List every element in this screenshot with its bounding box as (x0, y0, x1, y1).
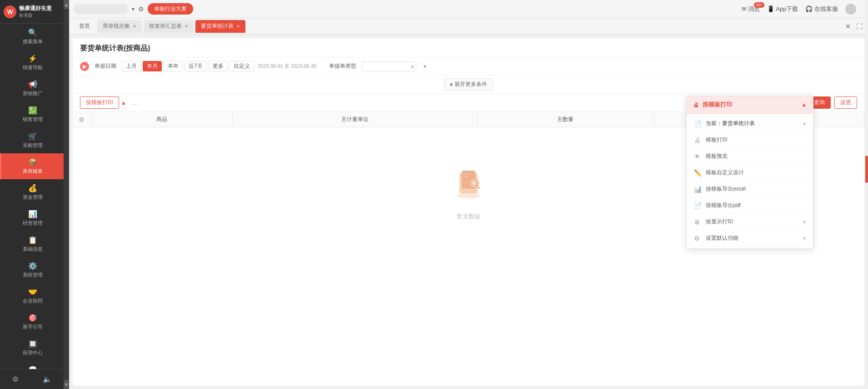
sidebar-item-库存核算[interactable]: 📦库存核算 (0, 153, 64, 179)
print-dropdown-close-btn[interactable]: ▲ (801, 101, 807, 108)
print-menu-item-5[interactable]: 📄按模板导出pdf (687, 197, 813, 214)
sidebar-item-基础信息[interactable]: 📋基础信息 (0, 231, 64, 257)
industry-btn[interactable]: 体验行业方案 (148, 3, 193, 15)
print-menu-item-0[interactable]: 📄当前：要货单统计表▾ (687, 116, 813, 132)
filter-row: ▶ 单据日期 上月 本月 本年 近7天 更多 自定义 2023-06-01 至 … (73, 57, 864, 76)
nav-icon-0: 🔍 (28, 28, 37, 37)
menu-icon-0: 📄 (694, 120, 701, 127)
type-filter-select[interactable] (362, 61, 416, 71)
date-btn-this-month[interactable]: 本月 (143, 61, 162, 71)
submenu-arrow-6: ▾ (803, 219, 806, 225)
print-menu-item-6[interactable]: 🖥按显示打印▾ (687, 214, 813, 230)
tab-order-stats[interactable]: 要货单统计表 ✕ (195, 20, 245, 33)
content-header: 要货单统计表(按商品) (73, 38, 864, 57)
expand-icon: ▾ (450, 81, 453, 88)
headset-icon: 🎧 (805, 5, 813, 12)
print-menu-item-4[interactable]: 📊按模板导出excel (687, 181, 813, 197)
page-title: 要货单统计表(按商品) (80, 44, 150, 52)
nav-icon-11: 🎯 (28, 313, 37, 322)
avatar[interactable] (845, 4, 856, 15)
settings-icon[interactable]: ⚙ (10, 373, 20, 385)
date-range-display: 2023-06-01 至 2023-06-30 (258, 63, 317, 70)
sidebar-item-销售管理[interactable]: 💹销售管理 (0, 101, 64, 127)
app-download-btn[interactable]: 📱 App下载 (767, 5, 798, 13)
nav-label-7: 经营管理 (23, 220, 43, 227)
online-service-btn[interactable]: 🎧 在线客服 (805, 5, 838, 13)
date-btn-more[interactable]: 更多 (209, 61, 228, 71)
nav-label-0: 搜索菜单 (23, 38, 43, 45)
nav-icon-10: 🤝 (28, 288, 37, 296)
close-icon[interactable]: ✕ (185, 24, 188, 29)
date-btn-custom[interactable]: 自定义 (229, 61, 254, 71)
nav-label-3: 销售管理 (23, 116, 43, 123)
date-btn-this-year[interactable]: 本年 (164, 61, 183, 71)
topbar-right: ✉ 消息 99+ 📱 App下载 🎧 在线客服 (742, 4, 863, 15)
nav-icon-4: 🛒 (28, 132, 37, 141)
notification-btn[interactable]: ✉ 消息 99+ (742, 5, 760, 13)
sidebar-scrollbar[interactable]: ▲ ▼ (64, 0, 69, 389)
window-controls: ✕ ⛶ (844, 22, 863, 31)
print-menu-item-7[interactable]: ⚙设置默认功能▾ (687, 230, 813, 247)
sidebar-item-企业微信[interactable]: 💬企业微信 (0, 361, 64, 369)
print-dropdown-body: 📄当前：要货单统计表▾🖨模板打印👁模板预览✏️模板自定义设计📊按模板导出exce… (687, 114, 813, 248)
app-edition: 标准版 (19, 12, 52, 19)
sidebar-item-企业协同[interactable]: 🤝企业协同 (0, 283, 64, 309)
sidebar-item-应用中心[interactable]: 🔲应用中心 (0, 335, 64, 361)
app-logo-text: 畅康通好生意 标准版 (19, 5, 52, 19)
sidebar-item-系统管理[interactable]: ⚙️系统管理 (0, 257, 64, 283)
menu-icon-7: ⚙ (694, 235, 701, 242)
topbar: ▾ ⚙ 体验行业方案 ✉ 消息 99+ 📱 App下载 🎧 在线客服 (69, 0, 868, 18)
menu-icon-4: 📊 (694, 186, 701, 193)
sidebar-item-资金管理[interactable]: 💰资金管理 (0, 179, 64, 205)
menu-icon-3: ✏️ (694, 169, 701, 177)
nav-icon-6: 💰 (28, 184, 37, 192)
tab-home[interactable]: 首页 (74, 20, 95, 33)
print-menu-item-2[interactable]: 👁模板预览 (687, 148, 813, 165)
sidebar-logo: W 畅康通好生意 标准版 (0, 0, 64, 24)
nav-label-11: 新手引导 (23, 323, 43, 330)
nav-label-5: 库存核算 (23, 168, 43, 175)
tab-inventory-batch[interactable]: 库存批次账 ✕ (97, 20, 142, 33)
search-input[interactable] (74, 4, 128, 14)
scroll-down-btn[interactable]: ▼ (64, 380, 69, 389)
dropdown-icon[interactable]: ▾ (132, 6, 135, 12)
sidebar-item-快捷导航[interactable]: ⚡快捷导航 (0, 50, 64, 76)
nav-icon-1: ⚡ (28, 54, 37, 63)
print-menu-item-1[interactable]: 🖨模板打印 (687, 132, 813, 148)
date-btn-last-month[interactable]: 上月 (122, 61, 141, 71)
close-icon[interactable]: ✕ (133, 24, 136, 29)
print-dropdown-arrow[interactable]: ▲ (121, 100, 126, 106)
sidebar-item-经营管理[interactable]: 📊经营管理 (0, 205, 64, 231)
sidebar-item-新手引导[interactable]: 🎯新手引导 (0, 309, 64, 335)
close-window-btn[interactable]: ✕ (844, 22, 852, 31)
nav-icon-3: 💹 (28, 106, 37, 115)
submenu-arrow-7: ▾ (803, 235, 806, 242)
tab-summary[interactable]: 收发存汇总表 ✕ (144, 20, 194, 33)
nav-icon-8: 📋 (28, 236, 37, 244)
sidebar-item-采购管理[interactable]: 🛒采购管理 (0, 127, 64, 153)
print-menu-item-3[interactable]: ✏️模板自定义设计 (687, 165, 813, 181)
print-template-btn[interactable]: 按模板打印 (80, 96, 119, 109)
nav-icon-12: 🔲 (28, 339, 37, 348)
speaker-icon[interactable]: 🔈 (41, 373, 54, 385)
menu-icon-6: 🖥 (694, 218, 701, 226)
scrollbar-thumb (865, 156, 868, 183)
filter-expand-btn[interactable]: ▶ (80, 62, 89, 71)
sidebar-item-营销推广[interactable]: 📢营销推广 (0, 76, 64, 101)
date-btn-7days[interactable]: 近7天 (185, 61, 207, 71)
expand-more-btn[interactable]: ▾ 展开更多条件 (444, 78, 493, 91)
sidebar-item-搜索菜单[interactable]: 🔍搜索菜单 (0, 24, 64, 50)
empty-icon (450, 164, 487, 207)
gear-icon[interactable]: ⚙ (138, 5, 144, 13)
maximize-window-btn[interactable]: ⛶ (855, 22, 863, 31)
more-options-icon[interactable]: … (132, 99, 139, 107)
close-icon[interactable]: ✕ (236, 24, 240, 29)
tab-order-stats-label: 要货单统计表 (201, 22, 234, 30)
tab-inventory-batch-label: 库存批次账 (103, 22, 130, 30)
date-filter-label: 单据日期 (95, 62, 116, 70)
notification-badge: 99+ (754, 2, 764, 8)
scroll-up-btn[interactable]: ▲ (64, 0, 69, 9)
table-settings-icon[interactable]: ⚙ (79, 116, 85, 123)
right-scrollbar[interactable] (865, 0, 868, 389)
settings-btn[interactable]: 设置 (834, 96, 857, 109)
